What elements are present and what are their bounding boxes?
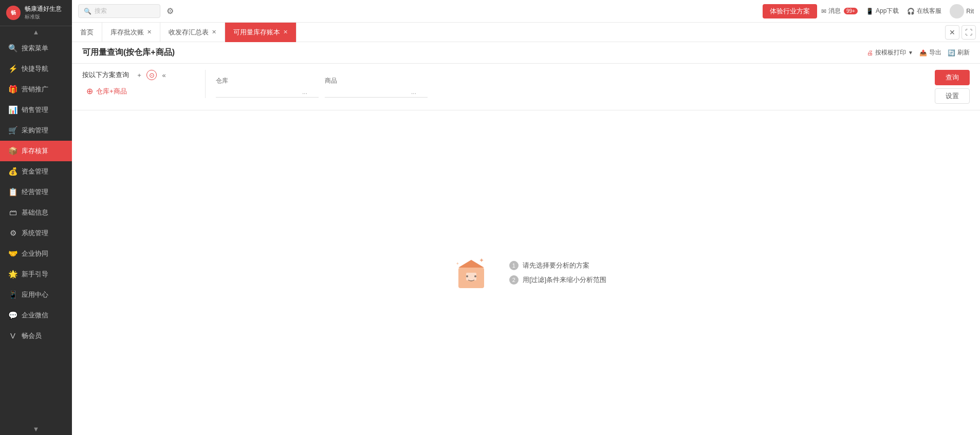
template-print-button[interactable]: 🖨 按模板打印 ▼ <box>867 48 913 57</box>
phone-icon: 📱 <box>866 8 874 15</box>
topbar-search-box[interactable]: 🔍 搜索 <box>78 4 160 18</box>
topbar: 🔍 搜索 ⚙ 体验行业方案 ✉ 消息 99+ 📱 App下载 🎧 在线客服 Ri… <box>72 0 980 23</box>
empty-tip-1: 1 请先选择要分析的方案 <box>509 261 606 270</box>
sidebar-item-sales[interactable]: 📊 销售管理 <box>0 100 72 120</box>
industry-solution-button[interactable]: 体验行业方案 <box>763 4 817 18</box>
topbar-gear-icon[interactable]: ⚙ <box>164 4 176 18</box>
headset-icon: 🎧 <box>907 8 915 15</box>
chat-icon: 💬 <box>8 311 17 320</box>
sidebar-scroll-down[interactable]: ▼ <box>0 423 72 435</box>
chevron-down-icon[interactable]: ▼ <box>908 50 913 55</box>
settings-scheme-button[interactable]: ⊙ <box>146 70 157 80</box>
clipboard-icon: 📋 <box>8 187 17 197</box>
refresh-icon: 🔄 <box>948 49 955 56</box>
database-icon: 🗃 <box>8 208 17 217</box>
sidebar-item-basic[interactable]: 🗃 基础信息 <box>0 202 72 223</box>
chart-icon: 📊 <box>8 105 17 115</box>
tab-available[interactable]: 可用量库存账本 ✕ <box>225 23 297 42</box>
vip-icon: V <box>8 331 17 340</box>
tab-expand-button[interactable]: ⛶ <box>961 25 976 40</box>
sidebar-item-system[interactable]: ⚙ 系统管理 <box>0 223 72 243</box>
filter-scheme-header: 按以下方案查询 + ⊙ « <box>82 70 197 80</box>
tab-batch[interactable]: 库存批次账 ✕ <box>102 23 160 42</box>
search-placeholder: 搜索 <box>95 7 107 15</box>
main-area: 🔍 搜索 ⚙ 体验行业方案 ✉ 消息 99+ 📱 App下载 🎧 在线客服 Ri… <box>72 0 980 435</box>
sidebar-item-purchase[interactable]: 🛒 采购管理 <box>0 120 72 141</box>
svg-text:✦: ✦ <box>456 261 459 266</box>
sidebar-item-enterprise[interactable]: 🤝 企业协同 <box>0 243 72 264</box>
sidebar-item-newguide[interactable]: 🌟 新手引导 <box>0 264 72 285</box>
message-icon: ✉ <box>821 8 826 15</box>
user-menu[interactable]: Rit <box>950 4 974 18</box>
sidebar-item-search[interactable]: 🔍 搜索菜单 <box>0 38 72 59</box>
export-icon: 📤 <box>919 49 927 56</box>
export-button[interactable]: 📤 导出 <box>919 48 941 57</box>
tab-batch-close-icon[interactable]: ✕ <box>147 29 152 35</box>
tip-1-number: 1 <box>509 261 519 270</box>
tab-summary-close-icon[interactable]: ✕ <box>212 29 216 35</box>
message-badge: 99+ <box>844 8 858 14</box>
page-content: 可用量查询(按仓库+商品) 🖨 按模板打印 ▼ 📤 导出 🔄 刷新 <box>72 42 980 435</box>
tab-available-close-icon[interactable]: ✕ <box>283 29 288 35</box>
printer-icon: 🖨 <box>867 49 873 56</box>
sidebar-menu: 🔍 搜索菜单 ⚡ 快捷导航 🎁 营销推广 📊 销售管理 🛒 采购管理 📦 库存核… <box>0 38 72 423</box>
goods-input[interactable]: ... <box>325 87 428 98</box>
scheme-icon: ⊕ <box>86 86 93 96</box>
app-download-button[interactable]: 📱 App下载 <box>866 7 899 15</box>
sidebar-item-inventory[interactable]: 📦 库存核算 <box>0 141 72 161</box>
tab-close-button[interactable]: ✕ <box>945 25 959 40</box>
collapse-scheme-button[interactable]: « <box>159 70 169 80</box>
user-avatar <box>950 4 964 18</box>
add-scheme-button[interactable]: + <box>134 70 144 80</box>
lightning-icon: ⚡ <box>8 64 17 73</box>
message-button[interactable]: ✉ 消息 99+ <box>821 7 858 15</box>
box-icon: 📦 <box>8 146 17 156</box>
search-icon: 🔍 <box>84 8 91 15</box>
gift-icon: 🎁 <box>8 85 17 94</box>
page-title: 可用量查询(按仓库+商品) <box>82 47 175 58</box>
online-service-button[interactable]: 🎧 在线客服 <box>907 7 941 15</box>
empty-illustration: ✦ ✦ <box>446 247 497 298</box>
tip-2-text: 用[过滤]条件来缩小分析范围 <box>523 275 606 285</box>
filter-schemes: 按以下方案查询 + ⊙ « ⊕ 仓库+商品 <box>82 70 206 98</box>
sidebar-item-marketing[interactable]: 🎁 营销推广 <box>0 79 72 100</box>
sidebar-scroll-up[interactable]: ▲ <box>0 26 72 38</box>
filter-row: 按以下方案查询 + ⊙ « ⊕ 仓库+商品 仓库 <box>82 70 970 104</box>
goods-more-icon[interactable]: ... <box>411 88 416 96</box>
sidebar-item-shortcuts[interactable]: ⚡ 快捷导航 <box>0 59 72 79</box>
sidebar-item-operations[interactable]: 📋 经营管理 <box>0 182 72 202</box>
tab-summary[interactable]: 收发存汇总表 ✕ <box>160 23 225 42</box>
sidebar: 畅 畅康通好生意 标准版 ▲ 🔍 搜索菜单 ⚡ 快捷导航 🎁 营销推广 📊 销售… <box>0 0 72 435</box>
tip-2-number: 2 <box>509 275 519 285</box>
cart-icon: 🛒 <box>8 126 17 135</box>
warehouse-text-input[interactable] <box>218 88 300 96</box>
goods-text-input[interactable] <box>327 88 409 96</box>
warehouse-input[interactable]: ... <box>216 87 319 98</box>
sidebar-logo: 畅 <box>6 6 21 20</box>
filter-field-warehouse: 仓库 ... <box>216 77 319 98</box>
settings-button[interactable]: 设置 <box>935 88 970 104</box>
handshake-icon: 🤝 <box>8 249 17 258</box>
filter-conditions: 仓库 ... 商品 ... 查询 <box>206 70 970 104</box>
filter-scheme-warehouse-goods[interactable]: ⊕ 仓库+商品 <box>82 84 197 98</box>
sidebar-item-finance[interactable]: 💰 资金管理 <box>0 161 72 182</box>
filter-actions: 查询 设置 <box>935 70 970 104</box>
page-header: 可用量查询(按仓库+商品) 🖨 按模板打印 ▼ 📤 导出 🔄 刷新 <box>72 42 980 64</box>
svg-point-4 <box>474 275 476 277</box>
filter-field-goods: 商品 ... <box>325 77 428 98</box>
sidebar-title: 畅康通好生意 <box>25 5 62 13</box>
star-icon: 🌟 <box>8 270 17 279</box>
query-button[interactable]: 查询 <box>935 70 970 85</box>
tab-home[interactable]: 首页 <box>72 23 102 42</box>
sidebar-item-wechat[interactable]: 💬 企业微信 <box>0 305 72 326</box>
svg-point-3 <box>466 275 468 277</box>
sidebar-item-vip[interactable]: V 畅会员 <box>0 326 72 346</box>
topbar-right: ✉ 消息 99+ 📱 App下载 🎧 在线客服 Rit <box>821 4 974 18</box>
tabs-end: ✕ ⛶ <box>945 25 980 40</box>
sidebar-item-appcenter[interactable]: 📱 应用中心 <box>0 285 72 305</box>
warehouse-more-icon[interactable]: ... <box>302 88 307 96</box>
empty-tips: 1 请先选择要分析的方案 2 用[过滤]条件来缩小分析范围 <box>509 261 606 285</box>
sidebar-header: 畅 畅康通好生意 标准版 <box>0 0 72 26</box>
svg-text:✦: ✦ <box>479 257 484 264</box>
refresh-button[interactable]: 🔄 刷新 <box>948 48 970 57</box>
